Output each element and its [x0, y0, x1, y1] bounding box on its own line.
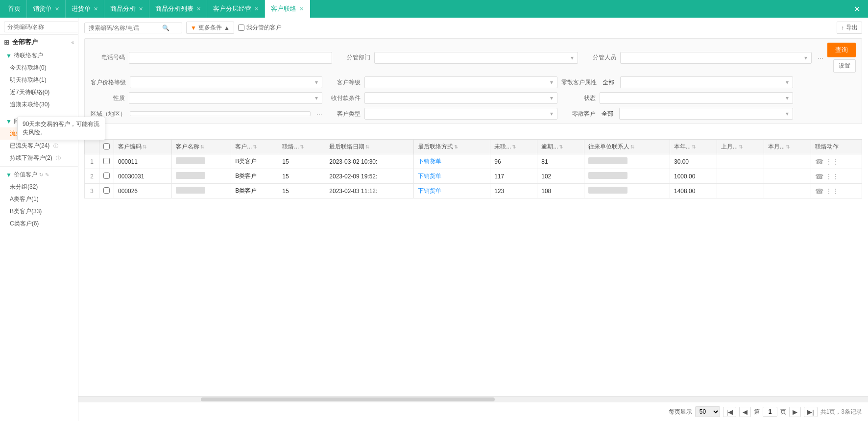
th-contact-sort[interactable]: ⇅ [300, 144, 304, 149]
filter-my-customers[interactable]: 我分管的客户 [238, 24, 282, 32]
payment-select[interactable]: ▾ [364, 92, 558, 104]
region-dots[interactable]: ··· [316, 110, 322, 118]
sidebar-item-declining[interactable]: 持续下滑客户(2) ⓘ [0, 152, 78, 164]
sidebar-item-a-class[interactable]: A类客户(1) [0, 193, 78, 205]
region-select[interactable] [130, 111, 311, 116]
action-more-icon[interactable]: ⋮⋮ [825, 158, 839, 166]
sidebar-item-tomorrow[interactable]: 明天待联络(1) [0, 74, 78, 86]
cell-level: B类客户 [231, 184, 278, 198]
sidebar-item-b-class[interactable]: B类客户(33) [0, 205, 78, 218]
status-chevron: ▾ [786, 95, 789, 101]
page-input[interactable] [763, 407, 777, 417]
my-customers-checkbox[interactable] [238, 25, 244, 31]
sidebar-item-overdue[interactable]: 逾期未联络(30) [0, 99, 78, 111]
first-page-btn[interactable]: |◀ [723, 407, 736, 417]
last-way-link[interactable]: 下销货单 [418, 173, 441, 179]
zero-retail-select[interactable]: ▾ [619, 108, 793, 120]
horizontal-scrollbar[interactable] [78, 396, 868, 402]
tab-purchase-order[interactable]: 进货单 ✕ [66, 0, 104, 18]
tab-close-product-analysis[interactable]: ✕ [139, 6, 143, 12]
tab-close-sales-order[interactable]: ✕ [55, 6, 59, 12]
th-last-date-sort[interactable]: ⇅ [365, 144, 369, 149]
action-more-icon[interactable]: ⋮⋮ [825, 173, 839, 180]
tab-sales-order[interactable]: 销货单 ✕ [27, 0, 66, 18]
phone-input[interactable] [129, 52, 332, 64]
filter-search-input[interactable] [89, 25, 162, 31]
scrollbar-thumb[interactable] [201, 397, 495, 401]
th-this-year-sort[interactable]: ⇅ [692, 144, 696, 149]
th-level-sort[interactable]: ⇅ [253, 144, 257, 149]
th-name-sort[interactable]: ⇅ [200, 144, 204, 149]
field-customer-level: 客户等级 ▾ [326, 76, 558, 88]
th-last-way-sort[interactable]: ⇅ [454, 144, 458, 149]
cell-check [99, 169, 114, 184]
sidebar-item-ungroup[interactable]: 未分组(32) [0, 181, 78, 193]
export-btn[interactable]: ↑ 导出 [837, 22, 862, 34]
action-phone-icon[interactable]: ☎ [815, 173, 823, 180]
select-all-checkbox[interactable] [103, 143, 110, 149]
row-checkbox-0[interactable] [103, 158, 110, 164]
th-last-month-sort[interactable]: ⇅ [739, 144, 743, 149]
tab-customer-contact[interactable]: 客户联络 ✕ [265, 0, 310, 18]
last-way-link[interactable]: 下销货单 [418, 187, 441, 194]
nature-select[interactable]: ▾ [129, 92, 322, 104]
main-layout: 🔍 ⊞ 全部客户 « ▼ 待联络客户 今天待联络(0) 明天待联络(1) 近7天… [0, 18, 868, 421]
tab-customer-stratify[interactable]: 客户分层经营 ✕ [207, 0, 265, 18]
dept-select[interactable]: ▾ [374, 52, 578, 64]
sidebar-search-input[interactable] [4, 22, 78, 32]
cell-level: B类客户 [231, 154, 278, 169]
sidebar-item-7days[interactable]: 近7天待联络(0) [0, 86, 78, 99]
edit-icon[interactable]: ✎ [45, 172, 49, 177]
th-last-month-label: 上月... [721, 143, 738, 151]
tab-home[interactable]: 首页 [4, 0, 27, 18]
tab-close-customer-contact[interactable]: ✕ [299, 6, 304, 12]
sidebar-item-today[interactable]: 今天待联络(0) [0, 62, 78, 74]
prev-page-btn[interactable]: ◀ [739, 407, 751, 417]
th-this-month-sort[interactable]: ⇅ [786, 144, 790, 149]
next-page-btn[interactable]: ▶ [789, 407, 801, 417]
action-phone-icon[interactable]: ☎ [815, 158, 823, 166]
th-unit-contact-label: 往来单位联系人 [588, 143, 629, 151]
sidebar-group-pending[interactable]: ▼ 待联络客户 [0, 50, 78, 62]
sidebar-item-churned[interactable]: 已流失客户(24) ⓘ [0, 140, 78, 152]
cell-uncontacted: 123 [490, 184, 537, 198]
th-overdue-sort[interactable]: ⇅ [559, 144, 563, 149]
filter-more-btn[interactable]: ▼ 更多条件 ▲ [186, 22, 234, 34]
table-header-tools: ⚙ [78, 124, 868, 135]
per-page-select[interactable]: 102050100 [695, 406, 720, 417]
sidebar-all-customers[interactable]: ⊞ 全部客户 « [0, 35, 78, 50]
person-select[interactable]: ▾ [620, 52, 812, 64]
query-btn[interactable]: 查询 [827, 43, 856, 57]
tab-product-analysis[interactable]: 商品分析 ✕ [104, 0, 149, 18]
th-code-label: 客户编码 [118, 143, 142, 151]
th-overdue-label: 逾期... [541, 143, 558, 151]
row-checkbox-1[interactable] [103, 173, 110, 179]
tab-close-product-analysis-list[interactable]: ✕ [196, 6, 201, 12]
sidebar-item-c-class[interactable]: C类客户(6) [0, 218, 78, 230]
zero-retail-attr-select[interactable]: ▾ [620, 76, 793, 88]
action-more-icon[interactable]: ⋮⋮ [825, 187, 839, 195]
sidebar-group-value[interactable]: ▼ 价值客户 ↻ ✎ [0, 169, 78, 181]
refresh-icon[interactable]: ↻ [39, 172, 43, 177]
th-last-way-label: 最后联络方式 [418, 143, 453, 151]
th-last-date-label: 最后联络日期 [329, 143, 364, 151]
last-page-btn[interactable]: ▶| [804, 407, 817, 417]
tab-close-customer-stratify[interactable]: ✕ [254, 6, 259, 12]
tab-product-analysis-list[interactable]: 商品分析列表 ✕ [149, 0, 207, 18]
cell-actions: ☎ ⋮⋮ [811, 154, 862, 169]
price-level-select[interactable]: ▾ [130, 76, 322, 88]
window-close-btn[interactable]: ✕ [850, 4, 864, 14]
filter-search-btn[interactable]: 🔍 [162, 25, 169, 31]
last-way-link[interactable]: 下销货单 [418, 158, 441, 165]
th-uncontacted-sort[interactable]: ⇅ [512, 144, 516, 149]
settings-btn[interactable]: 设置 [833, 59, 856, 73]
row-checkbox-2[interactable] [103, 187, 110, 194]
action-phone-icon[interactable]: ☎ [815, 187, 823, 195]
customer-level-select[interactable]: ▾ [364, 76, 558, 88]
tab-close-purchase-order[interactable]: ✕ [94, 6, 98, 12]
th-code-sort[interactable]: ⇅ [143, 144, 146, 149]
status-select[interactable]: ▾ [600, 92, 793, 104]
customer-type-select[interactable]: ▾ [364, 108, 558, 120]
th-unit-contact-sort[interactable]: ⇅ [630, 144, 634, 149]
person-dots[interactable]: ··· [818, 54, 823, 62]
